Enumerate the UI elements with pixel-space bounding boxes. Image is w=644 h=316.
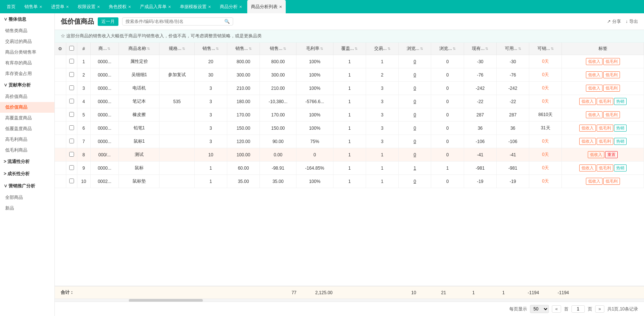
page-input[interactable] bbox=[571, 305, 585, 313]
pv1-link[interactable]: 0 bbox=[413, 139, 416, 144]
search-input[interactable] bbox=[125, 19, 222, 24]
gross-rate-col-header[interactable]: 毛利率⇅ bbox=[296, 43, 333, 55]
row-checkbox[interactable] bbox=[69, 152, 74, 157]
checkbox-cell[interactable] bbox=[66, 122, 77, 135]
page-size-select[interactable]: 50 20 100 bbox=[530, 305, 549, 313]
stock-col-header[interactable]: 现有...⇅ bbox=[464, 43, 496, 55]
checkbox-cell[interactable] bbox=[66, 148, 77, 162]
pv1-link[interactable]: 1 bbox=[413, 166, 416, 171]
pv1-cell[interactable]: 0 bbox=[399, 148, 431, 162]
checkbox-cell[interactable] bbox=[66, 135, 77, 148]
available-col-header[interactable]: 可用...⇅ bbox=[496, 43, 529, 55]
checkbox-cell[interactable] bbox=[66, 95, 77, 108]
row-checkbox[interactable] bbox=[69, 125, 74, 130]
sidebar-item-category-rate[interactable]: 商品分类销售率 bbox=[0, 47, 54, 58]
nav-close-inbound[interactable]: ✕ bbox=[168, 5, 171, 9]
nav-role[interactable]: 角色授权 ✕ bbox=[105, 0, 135, 13]
pv1-link[interactable]: 0 bbox=[413, 72, 416, 78]
pv1-link[interactable]: 0 bbox=[413, 59, 416, 64]
checkbox-cell[interactable] bbox=[66, 162, 77, 175]
sidebar-item-high-value[interactable]: 高价值商品 bbox=[0, 91, 54, 102]
pv1-link[interactable]: 0 bbox=[413, 152, 416, 157]
pv1-cell[interactable]: 0 bbox=[399, 82, 431, 95]
checkbox-cell[interactable] bbox=[66, 82, 77, 95]
row-checkbox[interactable] bbox=[69, 139, 74, 143]
nav-permission[interactable]: 权限设置 ✕ bbox=[74, 0, 104, 13]
pv1-col-header[interactable]: 浏览...⇅ bbox=[399, 43, 431, 55]
sale-qty-col-header[interactable]: 销售...⇅ bbox=[194, 43, 227, 55]
checkbox-cell[interactable] bbox=[66, 175, 77, 188]
pv1-cell[interactable]: 1 bbox=[399, 162, 431, 175]
nav-close-role[interactable]: ✕ bbox=[128, 5, 131, 9]
pv1-link[interactable]: 0 bbox=[413, 99, 416, 104]
nav-template[interactable]: 单据模板设置 ✕ bbox=[176, 0, 215, 13]
time-filter-button[interactable]: 近一月 bbox=[98, 17, 118, 26]
pv1-cell[interactable]: 0 bbox=[399, 68, 431, 82]
scrollbar-area[interactable] bbox=[55, 299, 644, 302]
checkbox-col-header[interactable] bbox=[66, 43, 77, 55]
checkbox-cell[interactable] bbox=[66, 108, 77, 122]
saleable-col-header[interactable]: 可销...⇅ bbox=[529, 43, 562, 55]
sidebar-group-growth[interactable]: > 成长性分析 bbox=[0, 168, 54, 180]
pv1-link[interactable]: 0 bbox=[413, 86, 416, 91]
pv2-col-header[interactable]: 浏览...⇅ bbox=[431, 43, 464, 55]
code-col-header[interactable]: 商...⇅ bbox=[90, 43, 119, 55]
export-button[interactable]: ↓ 导出 bbox=[625, 18, 638, 25]
sidebar-item-high-coverage[interactable]: 高覆盖度商品 bbox=[0, 113, 54, 123]
pv1-cell[interactable]: 0 bbox=[399, 95, 431, 108]
row-checkbox[interactable] bbox=[69, 85, 74, 90]
row-checkbox[interactable] bbox=[69, 165, 74, 170]
sale-amount-col-header[interactable]: 销售...⇅ bbox=[260, 43, 296, 55]
row-checkbox[interactable] bbox=[69, 59, 74, 64]
spec-col-header[interactable]: 规格...⇅ bbox=[160, 43, 194, 55]
sidebar-group-marketing[interactable]: ∨ 营销推广分析 bbox=[0, 180, 54, 192]
sale-price-col-header[interactable]: 销售...⇅ bbox=[227, 43, 260, 55]
share-button[interactable]: ↗ 分享 bbox=[607, 18, 621, 25]
checkbox-cell[interactable] bbox=[66, 55, 77, 68]
row-checkbox[interactable] bbox=[69, 179, 74, 183]
nav-home[interactable]: 首页 bbox=[3, 0, 19, 13]
sidebar-group-contribution[interactable]: ∨ 贡献率分析 bbox=[0, 79, 54, 91]
sidebar-item-low-value[interactable]: 低价值商品 bbox=[0, 102, 54, 113]
nav-close-template[interactable]: ✕ bbox=[208, 5, 211, 9]
sidebar-item-new-products[interactable]: 新品 bbox=[0, 203, 54, 214]
pv1-cell[interactable]: 0 bbox=[399, 135, 431, 148]
nav-close-permission[interactable]: ✕ bbox=[97, 5, 100, 9]
pv1-cell[interactable]: 0 bbox=[399, 122, 431, 135]
sidebar-item-high-margin[interactable]: 高毛利商品 bbox=[0, 134, 54, 145]
pv1-link[interactable]: 0 bbox=[413, 112, 416, 118]
checkbox-cell[interactable] bbox=[66, 68, 77, 82]
row-checkbox[interactable] bbox=[69, 112, 74, 117]
pv1-link[interactable]: 0 bbox=[413, 126, 416, 131]
sidebar-item-all-products[interactable]: 全部商品 bbox=[0, 192, 54, 203]
sidebar-item-sales-product[interactable]: 销售类商品 bbox=[0, 26, 54, 36]
nav-sales[interactable]: 销售单 ✕ bbox=[21, 0, 46, 13]
nav-close-purchase[interactable]: ✕ bbox=[66, 5, 69, 9]
nav-product-analysis[interactable]: 商品分析 ✕ bbox=[216, 0, 246, 13]
select-all-checkbox[interactable] bbox=[69, 46, 74, 51]
nav-close-sales[interactable]: ✕ bbox=[39, 5, 42, 9]
nav-product-list[interactable]: 商品分析列表 ✕ bbox=[247, 0, 286, 13]
pv1-cell[interactable]: 0 bbox=[399, 108, 431, 122]
nav-inbound[interactable]: 产成品入库单 ✕ bbox=[136, 0, 175, 13]
nav-close-product-analysis[interactable]: ✕ bbox=[239, 5, 242, 9]
pv1-cell[interactable]: 0 bbox=[399, 55, 431, 68]
nav-purchase[interactable]: 进货单 ✕ bbox=[47, 0, 73, 13]
name-col-header[interactable]: 商品名称⇅ bbox=[119, 43, 160, 55]
sidebar-group-flow[interactable]: > 流通性分析 bbox=[0, 156, 54, 168]
sidebar-item-low-coverage[interactable]: 低覆盖度商品 bbox=[0, 123, 54, 134]
trade-col-header[interactable]: 交易...⇅ bbox=[366, 43, 398, 55]
first-page-button[interactable]: « bbox=[552, 305, 561, 313]
pv1-link[interactable]: 0 bbox=[413, 179, 416, 184]
sidebar-item-stock-capital[interactable]: 库存资金占用 bbox=[0, 68, 54, 79]
row-checkbox[interactable] bbox=[69, 99, 74, 103]
sidebar-item-low-margin[interactable]: 低毛利商品 bbox=[0, 145, 54, 156]
coverage-col-header[interactable]: 覆盖...⇅ bbox=[333, 43, 366, 55]
sidebar-group-overall[interactable]: ∨ 整体信息 bbox=[0, 13, 54, 26]
sidebar-item-stock-product[interactable]: 有库存的商品 bbox=[0, 58, 54, 68]
sidebar-item-traded[interactable]: 交易过的商品 bbox=[0, 36, 54, 47]
settings-col-header[interactable]: ⚙ bbox=[55, 43, 66, 55]
next-page-button[interactable]: » bbox=[595, 305, 604, 313]
nav-close-product-list[interactable]: ✕ bbox=[279, 5, 282, 9]
row-checkbox[interactable] bbox=[69, 72, 74, 77]
